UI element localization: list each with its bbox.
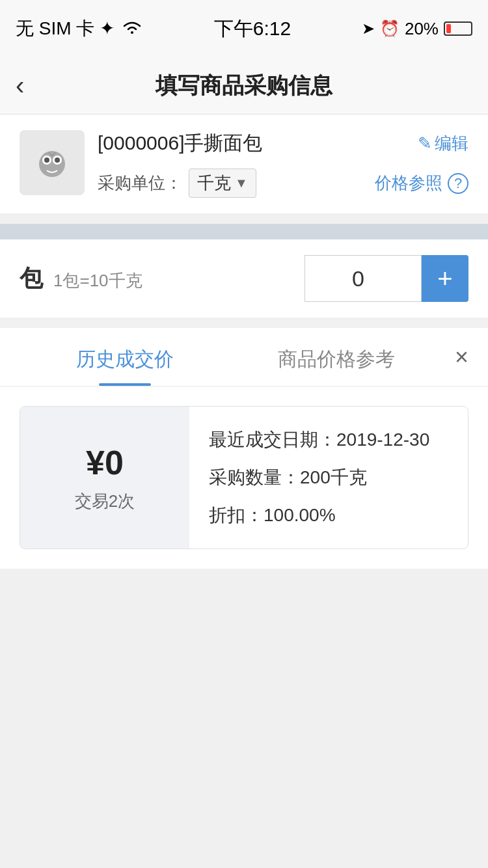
tab-close-button[interactable]: × <box>442 331 468 384</box>
product-name-row: [0000006]手撕面包 ✎ 编辑 <box>98 130 468 157</box>
history-date-row: 最近成交日期：2019-12-30 <box>209 426 448 454</box>
history-date-value: 2019-12-30 <box>336 429 429 450</box>
svg-point-4 <box>55 157 60 163</box>
history-discount-label: 折扣： <box>209 505 264 525</box>
header: ‹ 填写商品采购信息 <box>0 57 488 115</box>
product-name: [0000006]手撕面包 <box>98 130 262 157</box>
product-thumbnail <box>20 130 85 195</box>
history-left-panel: ¥0 交易2次 <box>20 407 189 549</box>
edit-icon: ✎ <box>418 133 432 154</box>
unit-label: 采购单位： <box>98 172 182 195</box>
history-qty-label: 采购数量： <box>209 467 300 487</box>
section-divider <box>0 224 488 239</box>
battery-icon <box>444 21 472 36</box>
back-button[interactable]: ‹ <box>16 71 24 100</box>
history-discount-row: 折扣：100.00% <box>209 502 448 529</box>
qty-input-group: + <box>305 255 468 302</box>
status-left: 无 SIM 卡 ✦ <box>16 16 143 41</box>
edit-button[interactable]: ✎ 编辑 <box>418 132 468 155</box>
product-section: [0000006]手撕面包 ✎ 编辑 采购单位： 千克 ▼ 价格参照 ? <box>0 115 488 213</box>
tab-history-price[interactable]: 历史成交价 <box>20 328 230 386</box>
signal-text: 无 SIM 卡 ✦ <box>16 16 115 41</box>
price-ref-label: 价格参照 <box>375 172 442 195</box>
tab-content: ¥0 交易2次 最近成交日期：2019-12-30 采购数量：200千克 折扣：… <box>0 387 488 569</box>
help-icon: ? <box>448 173 468 194</box>
status-time: 下午6:12 <box>214 16 291 42</box>
unit-select[interactable]: 千克 ▼ <box>189 169 256 198</box>
status-bar: 无 SIM 卡 ✦ 下午6:12 ➤ ⏰ 20% <box>0 0 488 57</box>
history-card: ¥0 交易2次 最近成交日期：2019-12-30 采购数量：200千克 折扣：… <box>20 406 468 549</box>
status-right: ➤ ⏰ 20% <box>362 19 472 39</box>
history-qty-row: 采购数量：200千克 <box>209 464 448 491</box>
history-discount-value: 100.00% <box>264 505 336 525</box>
tab-product-price[interactable]: 商品价格参考 <box>230 328 441 386</box>
unit-row: 采购单位： 千克 ▼ 价格参照 ? <box>98 169 468 198</box>
unit-value: 千克 <box>197 172 231 195</box>
tabs-section: 历史成交价 商品价格参考 × ¥0 交易2次 最近成交日期：2019-12-30… <box>0 328 488 569</box>
quantity-section: 包 1包=10千克 + <box>0 239 488 318</box>
dropdown-arrow-icon: ▼ <box>235 176 248 191</box>
qty-conversion-label: 1包=10千克 <box>53 269 142 292</box>
tab-history-label: 历史成交价 <box>76 348 174 370</box>
page-title: 填写商品采购信息 <box>156 71 332 101</box>
wifi-icon <box>121 18 143 40</box>
qty-label-group: 包 1包=10千克 <box>20 263 142 295</box>
edit-label: 编辑 <box>435 132 468 155</box>
product-row: [0000006]手撕面包 ✎ 编辑 采购单位： 千克 ▼ 价格参照 ? <box>20 130 468 198</box>
history-qty-value: 200千克 <box>300 467 367 487</box>
price-ref-button[interactable]: 价格参照 ? <box>375 172 468 195</box>
tab-product-label: 商品价格参考 <box>278 348 395 370</box>
history-trade-count: 交易2次 <box>75 490 135 513</box>
history-price: ¥0 <box>86 443 124 482</box>
location-icon: ➤ <box>362 20 375 38</box>
history-right-panel: 最近成交日期：2019-12-30 采购数量：200千克 折扣：100.00% <box>189 407 468 549</box>
history-date-label: 最近成交日期： <box>209 429 336 450</box>
alarm-icon: ⏰ <box>380 20 400 38</box>
tabs-header: 历史成交价 商品价格参考 × <box>0 328 488 387</box>
product-info: [0000006]手撕面包 ✎ 编辑 采购单位： 千克 ▼ 价格参照 ? <box>98 130 468 198</box>
qty-unit-label: 包 <box>20 263 43 295</box>
qty-plus-button[interactable]: + <box>422 255 468 302</box>
battery-percent: 20% <box>405 19 439 39</box>
quantity-input[interactable] <box>305 255 422 302</box>
svg-point-3 <box>44 157 49 163</box>
